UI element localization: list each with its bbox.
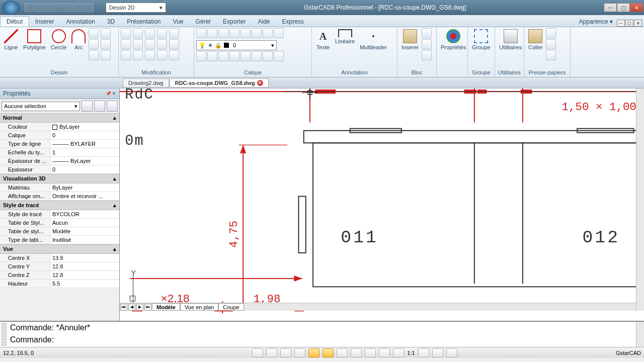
fillet-icon[interactable] (145, 39, 155, 49)
prop-couleur[interactable]: ByLayer (50, 123, 119, 131)
scale-icon[interactable] (133, 50, 143, 60)
quickselect-icon[interactable] (82, 101, 93, 112)
dropdown3-icon[interactable] (101, 50, 111, 60)
cmd-handle[interactable] (1, 323, 7, 346)
tab-annotation[interactable]: Annotation (60, 17, 101, 27)
extend-icon[interactable] (145, 50, 155, 60)
mdi-close-button[interactable]: ✕ (634, 20, 642, 27)
prop-calque[interactable]: 0 (50, 131, 119, 139)
app-icon[interactable] (2, 1, 20, 15)
layer10-icon[interactable] (207, 51, 217, 61)
qat-open-icon[interactable] (34, 3, 43, 12)
scale-display[interactable]: 1:1 (407, 350, 415, 356)
hatch-icon[interactable] (89, 50, 99, 60)
prop-centrex[interactable]: 13.9 (50, 254, 119, 262)
minimize-button[interactable]: ─ (604, 3, 617, 12)
sheet-first-button[interactable]: ⏮ (120, 304, 127, 311)
mdi-restore-button[interactable]: ▢ (625, 20, 633, 27)
explode-icon[interactable] (169, 28, 179, 38)
prop-tablestyl[interactable]: Aucun (50, 219, 119, 227)
tab-inserer[interactable]: Inserer (29, 17, 60, 27)
coords-display[interactable]: 12.2, 15.5, 0 (3, 350, 94, 356)
mdi-minimize-button[interactable]: ─ (617, 20, 625, 27)
pin-icon[interactable]: 📌 (106, 91, 111, 96)
vscroll[interactable] (636, 88, 644, 311)
prop-epaisseurde[interactable]: ——— ByLayer (50, 157, 119, 165)
mirror-icon[interactable] (133, 39, 143, 49)
sheet-prev-button[interactable]: ◀ (128, 304, 135, 311)
qat-plot-icon[interactable] (64, 3, 73, 12)
maximize-button[interactable]: ▢ (617, 3, 630, 12)
tab-debut[interactable]: Début (0, 16, 29, 27)
prop-styletrace[interactable]: BYCOLOR (50, 210, 119, 218)
grid-toggle[interactable] (252, 348, 263, 357)
sheet-modele[interactable]: Modèle (152, 303, 180, 311)
layer3-icon[interactable] (218, 28, 228, 38)
prop-hauteur[interactable]: 5.5 (50, 280, 119, 288)
qat-new-icon[interactable] (24, 3, 33, 12)
multileader-button[interactable]: Multileader (358, 28, 389, 51)
utilitaires-button[interactable]: Utilitaires (497, 28, 524, 51)
polyligne-button[interactable]: Polyligne (21, 28, 48, 51)
layer9-icon[interactable] (196, 51, 206, 61)
tab-presentation[interactable]: Présentation (121, 17, 167, 27)
tab-vue[interactable]: Vue (167, 17, 190, 27)
break-icon[interactable] (157, 50, 167, 60)
prop-materiau[interactable]: ByLayer (50, 184, 119, 192)
prop-typeligne[interactable]: ——— BYLAYER (50, 140, 119, 148)
coller-button[interactable]: Coller (526, 28, 545, 51)
sheet-next-button[interactable]: ▶ (136, 304, 143, 311)
prop-centrez[interactable]: 12.8 (50, 271, 119, 279)
tab-exporter[interactable]: Exporter (217, 17, 252, 27)
layer5-icon[interactable] (240, 28, 251, 38)
otrack-toggle[interactable] (323, 348, 334, 357)
layer-select[interactable]: 💡 ☀ 🔒 0 ▾ (196, 40, 277, 50)
qat-saveas-icon[interactable] (54, 3, 63, 12)
group-vue[interactable]: Vue▴ (0, 244, 119, 254)
rotate-icon[interactable] (133, 28, 143, 38)
doctab-rdc[interactable]: RDC-ss-coupe.DWG_GS8.dwg✕ (170, 78, 269, 87)
bloc2-icon[interactable] (422, 39, 432, 49)
ortho-toggle[interactable] (280, 348, 291, 357)
selectobj-icon[interactable] (94, 101, 105, 112)
copy-icon[interactable] (121, 39, 131, 49)
join-icon[interactable] (169, 50, 179, 60)
group-trace[interactable]: Style de tracé▴ (0, 201, 119, 210)
move-icon[interactable] (121, 28, 131, 38)
trim-icon[interactable] (145, 28, 155, 38)
dyn-toggle[interactable] (337, 348, 348, 357)
layer14-icon[interactable] (252, 51, 262, 61)
apparence-menu[interactable]: Apparence ▾ (575, 17, 617, 27)
scale-btn[interactable] (418, 348, 429, 357)
layer8-icon[interactable] (274, 28, 284, 38)
cut-icon[interactable] (546, 28, 556, 38)
sheet-last-button[interactable]: ⏭ (144, 304, 151, 311)
layer13-icon[interactable] (240, 51, 251, 61)
prop-tablestyl2[interactable]: Modèle (50, 227, 119, 235)
erase-icon[interactable] (157, 28, 167, 38)
inserer-bloc-button[interactable]: Inserer (399, 28, 421, 51)
layer4-icon[interactable] (229, 28, 239, 38)
trans-toggle[interactable] (365, 348, 376, 357)
rect-icon[interactable] (89, 28, 99, 38)
qat-undo-icon[interactable] (74, 3, 84, 12)
paste-icon[interactable] (546, 50, 556, 60)
close-button[interactable]: ✕ (630, 3, 643, 12)
copy2-icon[interactable] (546, 39, 556, 49)
osnap-toggle[interactable] (308, 348, 319, 357)
drawing-canvas[interactable]: 1,50 × 1,00m 4,75 (120, 88, 644, 321)
prop-epaisseur[interactable]: 0 (50, 165, 119, 173)
qat-save-icon[interactable] (44, 3, 53, 12)
model-toggle[interactable] (379, 348, 390, 357)
offset-icon[interactable] (121, 50, 131, 60)
tab-aide[interactable]: Aide (252, 17, 276, 27)
bloc1-icon[interactable] (422, 28, 432, 38)
anno3-toggle[interactable] (446, 348, 457, 357)
doctab-drawing2[interactable]: Drawing2.dwg (123, 78, 169, 87)
layer12-icon[interactable] (229, 51, 239, 61)
layer11-icon[interactable] (218, 51, 228, 61)
bloc3-icon[interactable] (422, 50, 432, 60)
lw-toggle[interactable] (351, 348, 362, 357)
close-panel-icon[interactable]: ✕ (112, 91, 116, 96)
sheet-coupe[interactable]: Coupe (218, 303, 244, 311)
